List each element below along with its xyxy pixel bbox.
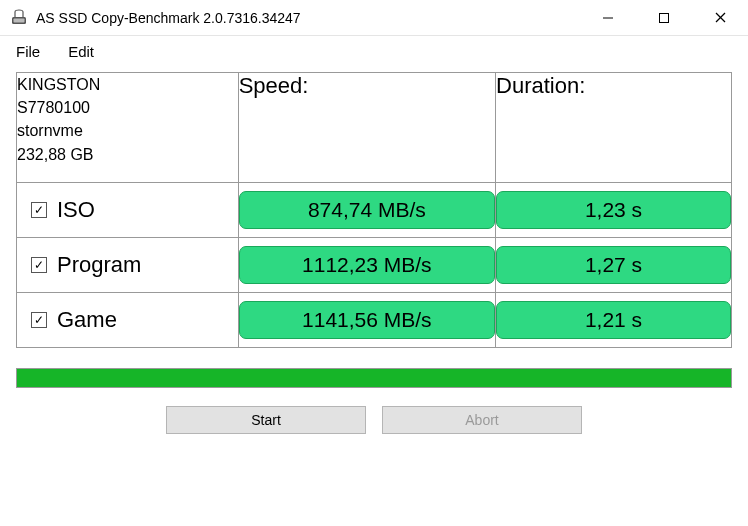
speed-program: 1112,23 MB/s (239, 246, 495, 284)
speed-game: 1141,56 MB/s (239, 301, 495, 339)
results-area: KINGSTON S7780100 stornvme 232,88 GB Spe… (0, 66, 748, 348)
row-label-program: Program (57, 252, 141, 278)
start-button[interactable]: Start (166, 406, 366, 434)
drive-capacity: 232,88 GB (17, 143, 238, 166)
checkbox-program[interactable]: ✓ (31, 257, 47, 273)
button-row: Start Abort (0, 398, 748, 434)
svg-rect-1 (14, 18, 25, 22)
row-label-game: Game (57, 307, 117, 333)
table-row: ✓ Program 1112,23 MB/s 1,27 s (17, 238, 732, 293)
speed-iso: 874,74 MB/s (239, 191, 495, 229)
progress-bar (16, 368, 732, 388)
progress-area (0, 348, 748, 398)
menu-file[interactable]: File (16, 43, 40, 60)
abort-button: Abort (382, 406, 582, 434)
window-title: AS SSD Copy-Benchmark 2.0.7316.34247 (36, 10, 580, 26)
maximize-button[interactable] (636, 0, 692, 35)
duration-iso: 1,23 s (496, 191, 731, 229)
app-icon (10, 9, 28, 27)
drive-serial: S7780100 (17, 96, 238, 119)
window-controls (580, 0, 748, 35)
duration-game: 1,21 s (496, 301, 731, 339)
results-table: KINGSTON S7780100 stornvme 232,88 GB Spe… (16, 72, 732, 348)
minimize-button[interactable] (580, 0, 636, 35)
drive-name: KINGSTON (17, 73, 238, 96)
svg-rect-3 (660, 13, 669, 22)
table-row: ✓ Game 1141,56 MB/s 1,21 s (17, 293, 732, 348)
checkbox-iso[interactable]: ✓ (31, 202, 47, 218)
titlebar: AS SSD Copy-Benchmark 2.0.7316.34247 (0, 0, 748, 36)
row-label-iso: ISO (57, 197, 95, 223)
duration-program: 1,27 s (496, 246, 731, 284)
drive-driver: stornvme (17, 119, 238, 142)
menu-edit[interactable]: Edit (68, 43, 94, 60)
menubar: File Edit (0, 36, 748, 66)
close-button[interactable] (692, 0, 748, 35)
table-row: ✓ ISO 874,74 MB/s 1,23 s (17, 183, 732, 238)
header-duration: Duration: (496, 73, 732, 183)
drive-info-cell: KINGSTON S7780100 stornvme 232,88 GB (17, 73, 239, 183)
header-speed: Speed: (238, 73, 495, 183)
checkbox-game[interactable]: ✓ (31, 312, 47, 328)
